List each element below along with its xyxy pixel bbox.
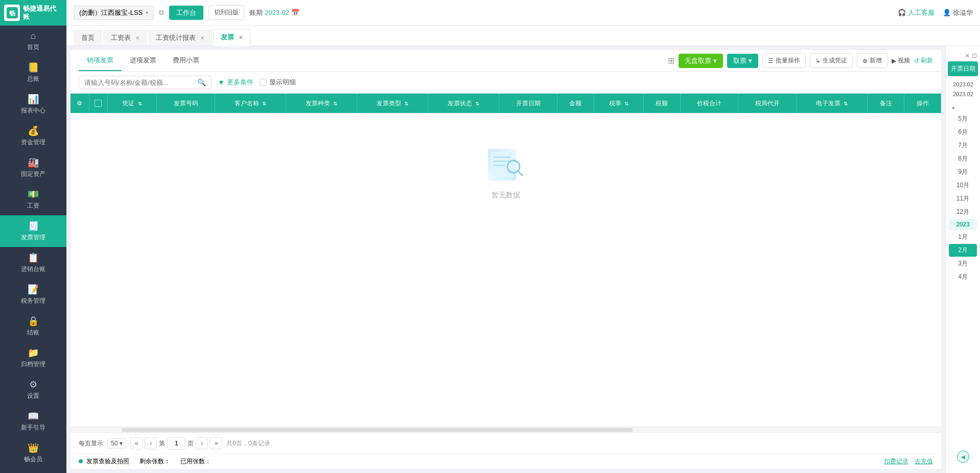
close-window-btn[interactable]: ✕ bbox=[965, 52, 970, 59]
search-input[interactable] bbox=[84, 79, 194, 86]
page-size-select[interactable]: 50 ▾ bbox=[107, 438, 126, 448]
sidebar-item-setting[interactable]: ⚙ 设置 bbox=[0, 374, 66, 406]
col-invoice-status-sort: ⇅ bbox=[475, 101, 479, 106]
sidebar-item-tax[interactable]: 📝 税务管理 bbox=[0, 279, 66, 310]
video-btn[interactable]: ▶ 视频 bbox=[892, 56, 910, 65]
tab-payroll-stats[interactable]: 工资统计报表 ✕ bbox=[148, 30, 212, 46]
sidebar-item-fund[interactable]: 💰 资金管理 bbox=[0, 120, 66, 152]
col-invoice-category[interactable]: 发票类型 ⇅ bbox=[357, 94, 428, 113]
col-voucher[interactable]: 凭证 ⇅ bbox=[107, 94, 157, 113]
date-panel-header[interactable]: 开票日期 bbox=[948, 61, 978, 76]
show-detail-toggle[interactable]: 显示明细 bbox=[260, 78, 296, 87]
invoice-icon: 🧾 bbox=[28, 220, 39, 232]
search-icon[interactable]: 🔍 bbox=[197, 78, 206, 86]
col-settings[interactable]: ⚙ bbox=[71, 94, 89, 113]
record-link[interactable]: 扣费记录 bbox=[884, 457, 908, 466]
tab-invoice-close[interactable]: ✕ bbox=[239, 35, 243, 40]
tab-invoice[interactable]: 发票 ✕ bbox=[213, 29, 250, 46]
year-up-arrow[interactable]: ▲ bbox=[951, 104, 956, 110]
remaining-label: 剩余张数： bbox=[139, 458, 170, 465]
sidebar-item-ledger[interactable]: 📒 总账 bbox=[0, 57, 66, 88]
col-invoice-type[interactable]: 发票种类 ⇅ bbox=[286, 94, 357, 113]
month-1[interactable]: 1月 bbox=[949, 231, 977, 243]
sidebar-item-home[interactable]: ⌂ 首页 bbox=[0, 26, 66, 57]
user-menu[interactable]: 👤 徐溢华 bbox=[943, 8, 973, 17]
service-button[interactable]: 🎧 人工客服 bbox=[898, 8, 935, 17]
month-9[interactable]: 9月 bbox=[949, 166, 977, 178]
generate-voucher-btn[interactable]: ↳ 生成凭证 bbox=[810, 53, 853, 68]
sidebar-item-sales-ledger[interactable]: 📋 进销台账 bbox=[0, 247, 66, 279]
svg-line-9 bbox=[518, 171, 522, 175]
collapse-btn[interactable]: ◀ bbox=[957, 451, 969, 463]
grid-view-icon[interactable]: ⊞ bbox=[668, 56, 674, 65]
month-5[interactable]: 5月 bbox=[949, 112, 977, 125]
sub-tab-expense[interactable]: 费用小票 bbox=[165, 51, 207, 71]
date-entry-2023-02-second[interactable]: 2023.02 bbox=[950, 89, 976, 99]
sidebar-item-member[interactable]: 👑 畅会员 bbox=[0, 437, 66, 469]
filter-icon: ▼ bbox=[218, 78, 225, 86]
video-label: 视频 bbox=[898, 56, 910, 65]
page-input[interactable] bbox=[167, 437, 185, 449]
svg-point-8 bbox=[510, 163, 517, 170]
period-icon[interactable]: 📅 bbox=[291, 9, 299, 16]
old-version-button[interactable]: 切到旧版 bbox=[208, 5, 244, 20]
new-icon: ⊕ bbox=[862, 57, 868, 64]
month-10[interactable]: 10月 bbox=[949, 179, 977, 192]
horizontal-scrollbar[interactable] bbox=[71, 426, 941, 433]
used-container: 已用张数： bbox=[180, 457, 211, 466]
next-page-btn[interactable]: › bbox=[196, 437, 208, 449]
page-nav: « ‹ 第 页 › » bbox=[130, 437, 222, 449]
month-3[interactable]: 3月 bbox=[949, 257, 977, 270]
maximize-btn[interactable]: ⊡ bbox=[972, 52, 977, 59]
company-selector[interactable]: (勿删）江西服宝-LSS ▾ bbox=[74, 6, 154, 20]
col-customer[interactable]: 客户名称 ⇅ bbox=[215, 94, 286, 113]
month-12[interactable]: 12月 bbox=[949, 206, 977, 218]
tab-payroll[interactable]: 工资表 ✕ bbox=[103, 30, 147, 46]
date-year-2023-group: 2023.02 2023.02 bbox=[946, 78, 980, 100]
no-match-btn[interactable]: 无盘取票 ▾ bbox=[679, 54, 723, 68]
prev-page-btn[interactable]: ‹ bbox=[145, 437, 157, 449]
buy-link[interactable]: 去充值 bbox=[915, 457, 933, 466]
sidebar-item-archive[interactable]: 📁 归档管理 bbox=[0, 342, 66, 374]
page-size-label: 每页显示 bbox=[79, 439, 103, 448]
sidebar-item-closing[interactable]: 🔒 结账 bbox=[0, 310, 66, 342]
sub-tab-sales[interactable]: 销项发票 bbox=[79, 51, 122, 71]
sidebar-cancel-fixed[interactable]: ◀◀ 取消固定 bbox=[0, 469, 66, 473]
date-entry-2023-02-first[interactable]: 2023.02 bbox=[950, 80, 976, 89]
tab-home[interactable]: 首页 bbox=[74, 30, 102, 46]
guide-icon: 📖 bbox=[28, 411, 39, 422]
sidebar-item-payroll[interactable]: 💵 工资 bbox=[0, 184, 66, 215]
used-label: 已用张数： bbox=[180, 458, 211, 465]
month-6[interactable]: 6月 bbox=[949, 126, 977, 139]
more-conditions-btn[interactable]: ▼ 更多条件 bbox=[218, 78, 253, 87]
batch-ops-btn[interactable]: ☰ 批量操作 bbox=[762, 53, 806, 68]
sidebar-item-report[interactable]: 📊 报表中心 bbox=[0, 88, 66, 120]
sidebar-item-label-home: 首页 bbox=[27, 43, 39, 52]
sub-tab-purchase[interactable]: 进项发票 bbox=[122, 51, 165, 71]
workspace-button[interactable]: 工作台 bbox=[169, 6, 203, 20]
col-tax-rate[interactable]: 税率 ⇅ bbox=[594, 94, 643, 113]
col-electronic[interactable]: 电子发票 ⇅ bbox=[797, 94, 868, 113]
tab-payroll-stats-close[interactable]: ✕ bbox=[200, 35, 204, 41]
last-page-btn[interactable]: » bbox=[210, 437, 222, 449]
month-11[interactable]: 11月 bbox=[949, 192, 977, 205]
sidebar-item-invoice[interactable]: 🧾 发票管理 bbox=[0, 215, 66, 247]
col-checkbox[interactable] bbox=[89, 94, 107, 113]
month-4[interactable]: 4月 bbox=[949, 271, 977, 283]
col-open-date: 开票日期 bbox=[499, 94, 557, 113]
take-ticket-btn[interactable]: 取票 ▾ bbox=[727, 54, 758, 68]
table-container[interactable]: ⚙ 凭证 ⇅ 发票号码 客户名称 bbox=[71, 94, 941, 426]
col-invoice-status[interactable]: 发票状态 ⇅ bbox=[428, 94, 499, 113]
month-7[interactable]: 7月 bbox=[949, 139, 977, 152]
sidebar-item-asset[interactable]: 🏭 固定资产 bbox=[0, 152, 66, 184]
show-detail-checkbox[interactable] bbox=[260, 79, 267, 86]
new-btn[interactable]: ⊕ 新增 bbox=[857, 53, 888, 68]
month-8[interactable]: 8月 bbox=[949, 152, 977, 165]
tab-payroll-close[interactable]: ✕ bbox=[135, 35, 139, 41]
first-page-btn[interactable]: « bbox=[130, 437, 143, 449]
batch-ops-label: 批量操作 bbox=[776, 56, 800, 65]
sidebar-item-guide[interactable]: 📖 新手引导 bbox=[0, 406, 66, 437]
refresh-btn[interactable]: ↺ 刷新 bbox=[914, 56, 933, 65]
month-2[interactable]: 2月 bbox=[949, 244, 977, 257]
copy-icon[interactable]: ⧉ bbox=[159, 8, 164, 17]
